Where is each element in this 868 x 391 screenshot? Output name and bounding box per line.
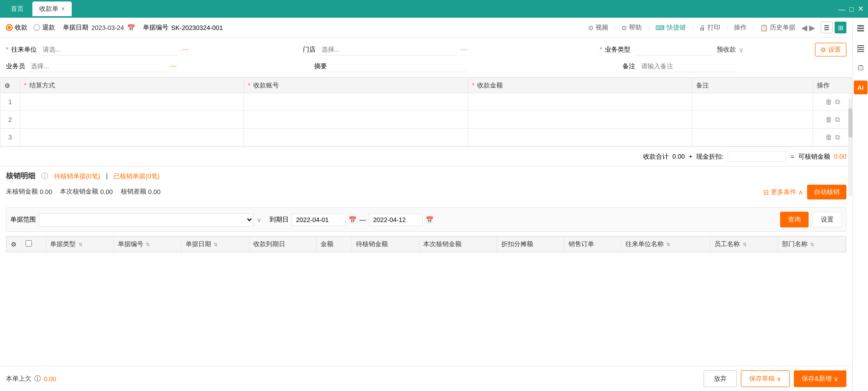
cell-remark-2[interactable]	[692, 111, 813, 129]
help-btn[interactable]: ⊙ 帮助	[622, 23, 642, 32]
cell-settlement-3[interactable]	[20, 129, 244, 146]
tab-home[interactable]: 首页	[4, 1, 30, 16]
staff-more-btn[interactable]: ···	[170, 62, 177, 71]
copy-icon-3[interactable]: ⧉	[835, 133, 840, 141]
summary-input[interactable]	[330, 60, 467, 72]
history-btn[interactable]: 📋 历史单据	[760, 23, 795, 32]
table-row: 3 🗑 ⧉	[0, 129, 852, 146]
doc-number-field: 单据编号 SK-20230324-001	[143, 23, 223, 32]
sort-icon-doc-number[interactable]: ⇅	[146, 242, 150, 247]
shortcut-label: 快捷键	[667, 23, 686, 32]
sort-icon-staff[interactable]: ⇅	[743, 242, 747, 247]
cell-account-3[interactable]	[244, 129, 468, 146]
info-icon[interactable]: ⓘ	[41, 172, 48, 181]
delete-icon-2[interactable]: 🗑	[825, 115, 832, 124]
shortcut-icon: ⌨	[655, 24, 665, 31]
date-to-input[interactable]	[369, 214, 423, 226]
print-label: 打印	[707, 23, 720, 32]
shortcut-btn[interactable]: ⌨ 快捷键	[655, 23, 686, 32]
cell-amount-1[interactable]	[468, 93, 692, 111]
radio-receipt[interactable]: 收款	[6, 23, 27, 32]
th-doc-date: 单据日期 ⇅	[181, 237, 249, 252]
save-new-label: 保存&新增	[802, 374, 832, 383]
copy-icon-1[interactable]: ⧉	[835, 98, 840, 106]
done-tab[interactable]: 已核销单据(0笔)	[113, 172, 160, 181]
auto-verify-button[interactable]: 自动核销	[807, 185, 846, 199]
counterparty-input[interactable]	[40, 44, 177, 56]
verify-toolbar: ⊟ 更多条件 ∧ 自动核销	[763, 185, 846, 199]
sort-icon-dept[interactable]: ⇅	[810, 242, 814, 247]
sidebar-ai-icon[interactable]: Ai	[854, 81, 868, 94]
delete-icon-3[interactable]: 🗑	[825, 133, 832, 141]
cell-settlement-2[interactable]	[20, 111, 244, 129]
summary-label: 摘要	[314, 62, 327, 71]
th-discount: 折扣分摊额	[497, 237, 565, 252]
save-draft-chevron: ∨	[777, 375, 782, 383]
setting-icon-bottom[interactable]: ⚙	[11, 241, 17, 248]
cell-amount-2[interactable]	[468, 111, 692, 129]
sort-icon-doc-date[interactable]: ⇅	[214, 242, 217, 247]
print-btn[interactable]: 🖨 打印	[699, 23, 720, 32]
scroll-thumb[interactable]	[848, 108, 852, 138]
sort-icon-counterparty[interactable]: ⇅	[666, 242, 670, 247]
filter-settings-button[interactable]: 设置	[813, 212, 842, 227]
filter-actions: 查询 设置	[780, 212, 842, 227]
business-type-dropdown-icon[interactable]: ∨	[739, 46, 744, 54]
copy-icon-2[interactable]: ⧉	[835, 115, 840, 124]
store-input[interactable]	[319, 44, 456, 56]
more-conditions-btn[interactable]: ⊟ 更多条件 ∧	[763, 188, 803, 196]
radio-refund[interactable]: 退款	[33, 23, 55, 32]
footer-info-icon[interactable]: ⓘ	[34, 374, 41, 383]
scroll-area[interactable]	[848, 98, 852, 196]
sidebar-link-icon[interactable]	[854, 61, 868, 75]
th-setting[interactable]: ⚙	[0, 78, 20, 93]
window-maximize-icon[interactable]: □	[849, 5, 854, 13]
select-all-checkbox[interactable]	[26, 240, 32, 247]
discount-input[interactable]	[728, 151, 787, 162]
date-from-input[interactable]	[292, 214, 346, 226]
prev-arrow[interactable]: ◀	[801, 23, 807, 32]
video-btn[interactable]: ⊙ 视频	[588, 23, 608, 32]
radio-receipt-dot	[6, 24, 13, 31]
sidebar-table-icon[interactable]	[854, 22, 868, 35]
sidebar-list-icon[interactable]	[854, 41, 868, 55]
delete-icon-1[interactable]: 🗑	[825, 98, 832, 106]
view-grid-icon[interactable]: ⊞	[835, 22, 846, 33]
date-value[interactable]: 2023-03-24	[91, 24, 124, 31]
setting-button[interactable]: ⚙ 设置	[815, 43, 846, 56]
cell-remark-1[interactable]	[692, 93, 813, 111]
range-select[interactable]	[39, 213, 254, 226]
divider2: |	[648, 24, 649, 31]
abandon-button[interactable]: 放弃	[704, 370, 737, 387]
cell-account-1[interactable]	[244, 93, 468, 111]
cell-remark-3[interactable]	[692, 129, 813, 146]
operation-btn[interactable]: 操作	[734, 23, 747, 32]
next-arrow[interactable]: ▶	[809, 23, 815, 32]
remark-input[interactable]	[638, 60, 736, 72]
setting-btn-label: 设置	[828, 45, 841, 54]
calendar-icon[interactable]: 📅	[127, 24, 135, 31]
pending-tab[interactable]: 待核销单据(0笔)	[54, 172, 100, 181]
calendar-to-icon[interactable]: 📅	[426, 216, 434, 223]
store-more-btn[interactable]: ···	[461, 45, 467, 54]
sort-icon-doc-type[interactable]: ⇅	[79, 242, 82, 247]
business-type-input[interactable]	[633, 44, 712, 56]
save-draft-button[interactable]: 保存草稿 ∨	[741, 370, 790, 387]
view-list-icon[interactable]: ☰	[821, 22, 833, 33]
staff-input[interactable]	[28, 60, 165, 72]
cell-amount-3[interactable]	[468, 129, 692, 146]
window-close-icon[interactable]: ✕	[858, 4, 864, 13]
cell-settlement-1[interactable]	[20, 93, 244, 111]
total-value: 0.00	[673, 153, 685, 160]
video-label: 视频	[596, 23, 608, 32]
calendar-from-icon[interactable]: 📅	[349, 216, 356, 223]
divider4: |	[726, 24, 728, 31]
date-label: 单据日期	[63, 23, 88, 32]
window-minimize-icon[interactable]: —	[838, 5, 845, 13]
tab-close-icon[interactable]: ×	[61, 5, 65, 12]
cell-account-2[interactable]	[244, 111, 468, 129]
query-button[interactable]: 查询	[780, 212, 809, 227]
save-new-button[interactable]: 保存&新增 ∨	[794, 370, 846, 387]
counterparty-more-btn[interactable]: ···	[182, 45, 189, 54]
tab-active[interactable]: 收款单 ×	[32, 1, 72, 16]
